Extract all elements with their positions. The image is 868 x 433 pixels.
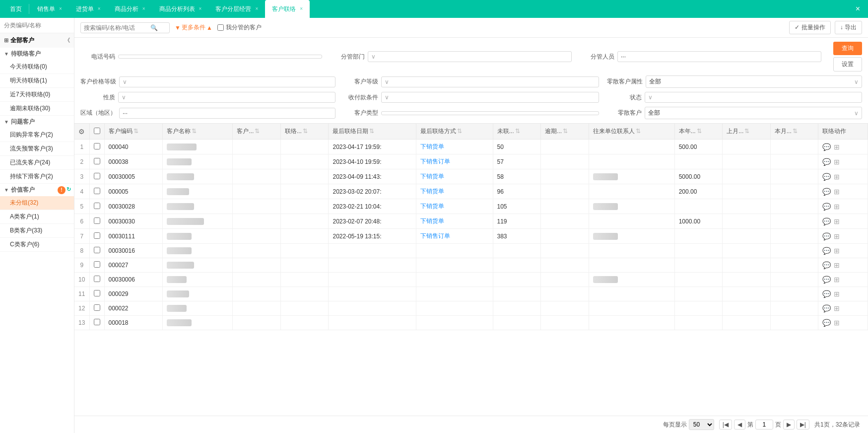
nav-close-product-list[interactable]: × bbox=[199, 0, 202, 18]
manager-dots[interactable]: ··· bbox=[621, 53, 626, 60]
grid-action-icon-2[interactable]: ⊞ bbox=[834, 173, 840, 181]
message-icon-5[interactable]: 💬 bbox=[822, 217, 831, 225]
grid-action-icon-1[interactable]: ⊞ bbox=[834, 158, 840, 166]
grid-action-icon-4[interactable]: ⊞ bbox=[834, 203, 840, 211]
message-icon-7[interactable]: 💬 bbox=[822, 247, 831, 255]
grid-action-icon-6[interactable]: ⊞ bbox=[834, 232, 840, 240]
contact-sort[interactable]: ⇅ bbox=[303, 128, 308, 135]
sidebar-search-input[interactable] bbox=[4, 22, 74, 29]
row-checkbox-7[interactable] bbox=[94, 247, 100, 253]
grid-action-icon-3[interactable]: ⊞ bbox=[834, 188, 840, 196]
method-link-0[interactable]: 下销货单 bbox=[420, 143, 444, 150]
nav-product-analysis-list[interactable]: 商品分析列表 × bbox=[152, 0, 209, 18]
sidebar-item-today[interactable]: 今天待联络(0) bbox=[0, 60, 74, 74]
year-sort[interactable]: ⇅ bbox=[697, 128, 702, 135]
grid-action-icon-8[interactable]: ⊞ bbox=[834, 261, 840, 269]
method-sort[interactable]: ⇅ bbox=[457, 128, 462, 135]
message-icon-10[interactable]: 💬 bbox=[822, 290, 831, 298]
sidebar-collapse-icon[interactable]: 《 bbox=[65, 37, 70, 44]
message-icon-11[interactable]: 💬 bbox=[822, 304, 831, 312]
message-icon-6[interactable]: 💬 bbox=[822, 232, 831, 240]
retail-attr-input[interactable]: 全部 ∨ bbox=[646, 75, 862, 88]
message-icon-4[interactable]: 💬 bbox=[822, 203, 831, 211]
customer-type-input[interactable] bbox=[381, 111, 599, 115]
sidebar-item-declining[interactable]: 持续下滑客户(2) bbox=[0, 170, 74, 184]
my-customers-checkbox[interactable] bbox=[217, 24, 224, 31]
filter-search-icon[interactable]: 🔍 bbox=[150, 24, 158, 31]
grid-action-icon-9[interactable]: ⊞ bbox=[834, 276, 840, 284]
nav-sales-order[interactable]: 销售单 × bbox=[30, 0, 69, 18]
value-refresh-icon[interactable]: ↻ bbox=[67, 186, 71, 194]
phone-input[interactable] bbox=[118, 55, 322, 59]
region-dots[interactable]: ··· bbox=[123, 110, 128, 117]
message-icon-1[interactable]: 💬 bbox=[822, 158, 831, 166]
gear-icon[interactable]: ⚙ bbox=[78, 128, 85, 136]
sidebar-item-tomorrow[interactable]: 明天待联络(1) bbox=[0, 74, 74, 88]
sidebar-value-section[interactable]: ▼ 价值客户 ! ↻ bbox=[0, 184, 74, 196]
grid-action-icon-0[interactable]: ⊞ bbox=[834, 143, 840, 151]
per-page-select[interactable]: 50 100 200 bbox=[689, 419, 714, 430]
nav-product-analysis[interactable]: 商品分析 × bbox=[108, 0, 152, 18]
message-icon-8[interactable]: 💬 bbox=[822, 261, 831, 269]
reset-button[interactable]: 设置 bbox=[833, 57, 862, 72]
method-link-2[interactable]: 下销货单 bbox=[420, 173, 444, 180]
nav-close-sales[interactable]: × bbox=[59, 0, 62, 18]
first-page-button[interactable]: |◀ bbox=[719, 420, 732, 430]
nav-home[interactable]: 首页 bbox=[4, 0, 28, 18]
row-checkbox-1[interactable] bbox=[94, 158, 100, 164]
method-link-1[interactable]: 下销售订单 bbox=[420, 158, 450, 165]
page-number-input[interactable] bbox=[755, 420, 773, 430]
query-button[interactable]: 查询 bbox=[833, 42, 862, 55]
row-checkbox-12[interactable] bbox=[94, 319, 100, 325]
nav-close-product-analysis[interactable]: × bbox=[142, 0, 145, 18]
region-input[interactable]: ··· bbox=[119, 108, 335, 119]
grid-action-icon-5[interactable]: ⊞ bbox=[834, 217, 840, 225]
name-sort[interactable]: ⇅ bbox=[192, 128, 197, 135]
sidebar-item-class-b[interactable]: B类客户(33) bbox=[0, 224, 74, 238]
message-icon-9[interactable]: 💬 bbox=[822, 276, 831, 284]
batch-op-button[interactable]: ✓ 批量操作 bbox=[789, 21, 830, 34]
row-checkbox-10[interactable] bbox=[94, 290, 100, 296]
row-checkbox-11[interactable] bbox=[94, 304, 100, 311]
nav-customer-contact[interactable]: 客户联络 × bbox=[265, 0, 310, 18]
sidebar-item-class-a[interactable]: A类客户(1) bbox=[0, 210, 74, 224]
sidebar-item-lost[interactable]: 已流失客户(24) bbox=[0, 156, 74, 170]
customer-level-input[interactable]: ∨ bbox=[381, 76, 599, 87]
sidebar-item-class-c[interactable]: C类客户(6) bbox=[0, 238, 74, 252]
tm-sort[interactable]: ⇅ bbox=[793, 128, 798, 135]
filter-search-input[interactable] bbox=[84, 24, 148, 31]
dept-input[interactable]: ∨ bbox=[368, 51, 572, 62]
unlinkd-sort[interactable]: ⇅ bbox=[515, 128, 520, 135]
message-icon-12[interactable]: 💬 bbox=[822, 319, 831, 327]
lm-sort[interactable]: ⇅ bbox=[744, 128, 749, 135]
method-link-4[interactable]: 下销货单 bbox=[420, 203, 444, 210]
sidebar-item-churn-warning[interactable]: 流失预警客户(3) bbox=[0, 142, 74, 156]
next-page-button[interactable]: ▶ bbox=[783, 420, 795, 430]
row-checkbox-8[interactable] bbox=[94, 261, 100, 268]
manager-input[interactable]: ··· bbox=[617, 51, 821, 62]
row-checkbox-6[interactable] bbox=[94, 232, 100, 239]
nav-close-purchase[interactable]: × bbox=[98, 0, 101, 18]
status-input[interactable]: ∨ bbox=[645, 92, 862, 103]
sidebar-all-customers[interactable]: ⊞ 全部客户 《 bbox=[0, 33, 74, 48]
nav-close-contact[interactable]: × bbox=[300, 0, 303, 18]
grid-action-icon-7[interactable]: ⊞ bbox=[834, 247, 840, 255]
row-checkbox-0[interactable] bbox=[94, 143, 100, 149]
message-icon-3[interactable]: 💬 bbox=[822, 188, 831, 196]
sidebar-pending-section[interactable]: ▼ 待联络客户 bbox=[0, 48, 74, 60]
row-checkbox-4[interactable] bbox=[94, 203, 100, 209]
counterpart-sort[interactable]: ⇅ bbox=[636, 128, 641, 135]
export-button[interactable]: ↓ 导出 bbox=[835, 21, 862, 34]
window-close-button[interactable]: × bbox=[852, 4, 864, 13]
retail-customer-input[interactable]: 全部 ∨ bbox=[645, 107, 862, 119]
method-link-5[interactable]: 下销货单 bbox=[420, 217, 444, 224]
sidebar-item-overdue[interactable]: 逾期未联络(30) bbox=[0, 102, 74, 116]
sidebar-problem-section[interactable]: ▼ 问题客户 bbox=[0, 116, 74, 128]
overdue-sort[interactable]: ⇅ bbox=[563, 128, 568, 135]
grid-action-icon-12[interactable]: ⊞ bbox=[834, 319, 840, 327]
select-all-checkbox[interactable] bbox=[94, 128, 100, 134]
nav-close-segmentation[interactable]: × bbox=[255, 0, 258, 18]
row-checkbox-2[interactable] bbox=[94, 173, 100, 179]
sidebar-item-abnormal[interactable]: 回购异常客户(2) bbox=[0, 128, 74, 142]
nature-input[interactable]: ∨ bbox=[118, 92, 335, 103]
